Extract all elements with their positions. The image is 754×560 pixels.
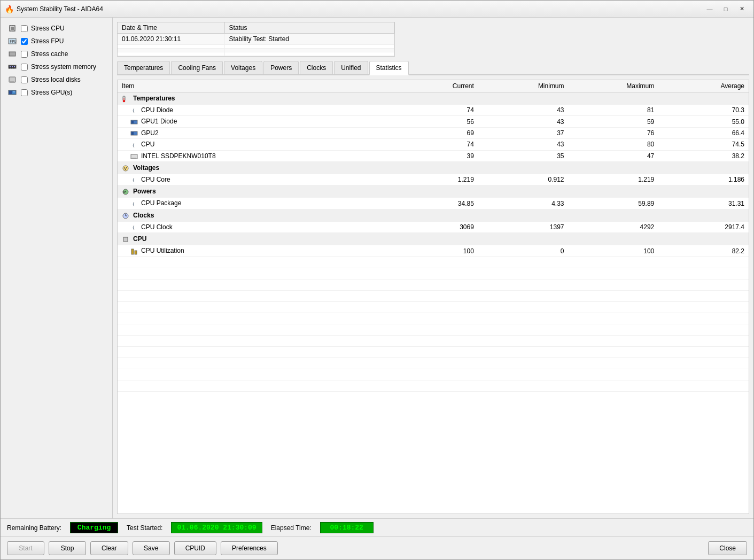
stats-current: 39 <box>388 150 478 161</box>
stress-fpu-checkbox[interactable] <box>21 38 28 45</box>
svg-text:V: V <box>124 166 127 171</box>
tab-clocks[interactable]: Clocks <box>300 61 333 74</box>
stats-item-name: CPU Clock <box>118 221 388 232</box>
stop-button[interactable]: Stop <box>49 541 86 555</box>
stats-current: 74 <box>388 105 478 116</box>
memory-icon <box>7 63 18 71</box>
stats-col-item: Item <box>118 80 388 92</box>
stats-container: Item Current Minimum Maximum Average Tem… <box>117 80 749 514</box>
log-cell-datetime: 01.06.2020 21:30:11 <box>118 34 224 45</box>
table-row <box>118 380 749 391</box>
stats-minimum: 35 <box>478 150 569 161</box>
save-button[interactable]: Save <box>133 541 170 555</box>
stress-fpu-label: Stress FPU <box>31 37 64 45</box>
stats-current: 100 <box>388 245 478 256</box>
tab-cooling-fans[interactable]: Cooling Fans <box>171 61 223 74</box>
table-row <box>118 256 749 268</box>
stress-cpu-label: Stress CPU <box>31 25 65 32</box>
stats-average: 38.2 <box>658 150 749 161</box>
log-cell-status <box>224 45 394 49</box>
svg-rect-32 <box>131 121 134 123</box>
item-icon <box>130 130 139 136</box>
svg-rect-19 <box>14 66 15 67</box>
table-row: Clocks <box>118 209 749 221</box>
stress-fpu-item[interactable]: FPU Stress FPU <box>5 36 108 46</box>
table-row: Temperatures <box>118 92 749 105</box>
table-row: CPU <box>118 233 749 245</box>
stats-average: 70.3 <box>658 105 749 116</box>
tab-powers[interactable]: Powers <box>263 61 299 74</box>
table-row <box>118 335 749 346</box>
table-row: GPU1 Diode56435955.0 <box>118 116 749 127</box>
stats-minimum: 0 <box>478 245 569 256</box>
fpu-icon: FPU <box>7 37 18 45</box>
stats-maximum: 4292 <box>569 221 659 232</box>
stress-memory-checkbox[interactable] <box>21 64 28 71</box>
stats-minimum: 0.912 <box>478 174 569 185</box>
table-row <box>118 313 749 324</box>
stress-gpu-label: Stress GPU(s) <box>31 89 72 96</box>
stats-group-label: Temperatures <box>118 92 749 105</box>
svg-rect-15 <box>10 52 15 56</box>
stats-current: 3069 <box>388 221 478 232</box>
stress-memory-item[interactable]: Stress system memory <box>5 61 108 72</box>
stats-minimum: 4.33 <box>478 198 569 209</box>
stress-disks-item[interactable]: Stress local disks <box>5 74 108 85</box>
maximize-button[interactable]: □ <box>718 3 733 15</box>
item-icon <box>130 107 139 113</box>
stress-cache-item[interactable]: Stress cache <box>5 49 108 59</box>
cpuid-button[interactable]: CPUID <box>174 541 216 555</box>
stats-maximum: 81 <box>569 105 659 116</box>
clear-button[interactable]: Clear <box>90 541 128 555</box>
stress-cache-checkbox[interactable] <box>21 51 28 58</box>
tab-voltages[interactable]: Voltages <box>224 61 262 74</box>
stats-maximum: 100 <box>569 245 659 256</box>
stats-table: Item Current Minimum Maximum Average Tem… <box>118 80 749 392</box>
minimize-button[interactable]: — <box>702 3 717 15</box>
stats-group-label: CPU <box>118 233 749 245</box>
group-icon <box>122 236 131 242</box>
battery-value: Charging <box>70 522 118 533</box>
title-bar: 🔥 System Stability Test - AIDA64 — □ ✕ <box>1 1 753 18</box>
stress-disks-checkbox[interactable] <box>21 76 28 83</box>
svg-rect-1 <box>11 27 14 30</box>
close-window-button[interactable]: ✕ <box>734 3 749 15</box>
stats-average: 2917.4 <box>658 221 749 232</box>
gpu-icon <box>7 88 18 97</box>
stats-maximum: 47 <box>569 150 659 161</box>
preferences-button[interactable]: Preferences <box>221 541 278 555</box>
close-button[interactable]: Close <box>708 541 747 555</box>
start-button[interactable]: Start <box>7 541 44 555</box>
log-cell-datetime <box>118 49 224 52</box>
stress-gpu-item[interactable]: Stress GPU(s) <box>5 87 108 98</box>
table-row <box>118 301 749 313</box>
group-icon <box>122 212 131 219</box>
table-row: CPU Package34.854.3359.8931.31 <box>118 198 749 209</box>
stats-average: 31.31 <box>658 198 749 209</box>
item-icon <box>130 153 139 159</box>
main-window: 🔥 System Stability Test - AIDA64 — □ ✕ <box>0 0 754 560</box>
battery-label: Remaining Battery: <box>7 524 61 532</box>
log-cell-datetime <box>118 45 224 49</box>
stress-cpu-item[interactable]: Stress CPU <box>5 23 108 34</box>
stress-cache-label: Stress cache <box>31 50 68 58</box>
tab-statistics[interactable]: Statistics <box>369 61 409 75</box>
log-row <box>118 52 394 56</box>
stats-item-name: GPU2 <box>118 127 388 138</box>
stats-minimum: 43 <box>478 116 569 127</box>
svg-rect-26 <box>9 91 12 94</box>
content-area: Stress CPU FPU Stress FPU <box>1 18 753 518</box>
tab-temperatures[interactable]: Temperatures <box>117 61 170 74</box>
item-icon <box>130 119 139 125</box>
stress-cpu-checkbox[interactable] <box>21 25 28 32</box>
table-row: CPU Diode74438170.3 <box>118 105 749 116</box>
left-panel: Stress CPU FPU Stress FPU <box>1 18 113 518</box>
item-icon <box>130 200 139 206</box>
stats-col-current: Current <box>388 80 478 92</box>
tab-unified[interactable]: Unified <box>334 61 368 74</box>
tab-bar: Temperatures Cooling Fans Voltages Power… <box>117 61 749 75</box>
stress-gpu-checkbox[interactable] <box>21 89 28 96</box>
svg-rect-17 <box>10 66 11 67</box>
stats-average: 82.2 <box>658 245 749 256</box>
table-row <box>118 357 749 369</box>
